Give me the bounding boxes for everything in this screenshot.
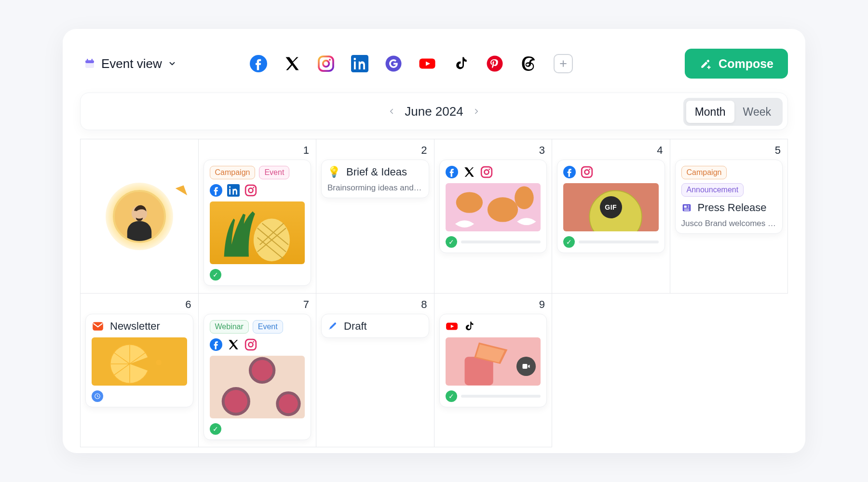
day-number: 5	[775, 144, 781, 157]
mail-icon	[92, 320, 104, 333]
note-card[interactable]: Draft	[321, 314, 429, 338]
youtube-icon[interactable]	[419, 55, 436, 72]
day-cell-6[interactable]: 6 Newsletter	[81, 294, 199, 448]
svg-point-62	[279, 394, 298, 413]
prev-month-button[interactable]	[387, 107, 396, 116]
tag-campaign: Campaign	[210, 166, 256, 179]
day-cell-1[interactable]: 1 Campaign Event ✓	[199, 139, 317, 294]
svg-rect-25	[481, 167, 492, 177]
thumbnail-smoothie	[446, 337, 541, 386]
instagram-icon	[581, 166, 593, 178]
note-card[interactable]: 💡 Brief & Ideas Brainsorming ideas and n…	[321, 160, 429, 198]
week-toggle[interactable]: Week	[734, 101, 780, 123]
calendar-icon	[84, 58, 95, 69]
x-icon[interactable]	[284, 55, 301, 72]
svg-point-34	[589, 169, 590, 170]
instagram-icon	[480, 166, 493, 178]
svg-point-26	[484, 170, 488, 174]
svg-point-27	[488, 169, 490, 170]
header: Event view Compose	[80, 49, 788, 78]
note-card[interactable]: Campaign Announcement Press Release Jusc…	[675, 160, 783, 234]
view-picker[interactable]: Event view	[80, 54, 180, 74]
day-number: 3	[539, 144, 545, 157]
cursor-icon	[176, 186, 187, 199]
user-avatar[interactable]	[113, 190, 166, 243]
google-icon[interactable]	[385, 55, 402, 72]
chevron-down-icon	[168, 59, 176, 68]
event-card[interactable]: Newsletter	[85, 314, 193, 407]
channel-icons	[250, 54, 573, 73]
svg-point-16	[248, 188, 253, 192]
svg-point-30	[515, 187, 534, 209]
day-cell-4[interactable]: 4 GIF ✓	[552, 139, 670, 294]
svg-point-7	[329, 59, 331, 61]
x-icon	[463, 166, 475, 178]
card-body: Jusco Brand welcomes a new...	[681, 219, 777, 228]
month-toggle[interactable]: Month	[686, 101, 734, 123]
day-cell-2[interactable]: 2 💡 Brief & Ideas Brainsorming ideas and…	[316, 139, 434, 294]
facebook-icon	[563, 166, 576, 178]
day-cell-7[interactable]: 7 Webinar Event ✓	[199, 294, 317, 448]
day-number: 7	[303, 298, 309, 311]
tag-announcement: Announcement	[681, 183, 744, 197]
day-cell-5[interactable]: 5 Campaign Announcement Press Release Ju…	[670, 139, 788, 294]
status-ok-icon: ✓	[446, 390, 457, 402]
svg-point-17	[253, 187, 254, 188]
facebook-icon	[446, 166, 458, 178]
event-card[interactable]: GIF ✓	[557, 160, 665, 253]
tiktok-icon[interactable]	[452, 55, 470, 72]
thumbnail-grapefruit: GIF	[563, 183, 659, 231]
event-card[interactable]: ✓	[439, 160, 547, 253]
status-ok-icon: ✓	[446, 236, 457, 248]
svg-rect-15	[245, 185, 256, 196]
svg-point-33	[584, 170, 589, 174]
svg-point-11	[487, 56, 502, 72]
event-card[interactable]: Webinar Event ✓	[203, 314, 312, 440]
status-line	[461, 241, 541, 243]
instagram-icon	[244, 184, 257, 197]
day-number: 2	[421, 144, 427, 157]
day-number: 4	[657, 144, 663, 157]
svg-rect-2	[87, 59, 88, 61]
video-badge-icon	[516, 357, 536, 376]
day-number: 1	[303, 144, 309, 157]
pinterest-icon[interactable]	[486, 55, 503, 72]
lightbulb-icon: 💡	[327, 166, 340, 178]
svg-rect-65	[523, 364, 528, 369]
day-cell-3[interactable]: 3 ✓	[434, 139, 553, 294]
svg-rect-32	[582, 167, 592, 177]
day-number: 6	[185, 298, 191, 311]
svg-rect-3	[92, 59, 93, 61]
svg-rect-40	[684, 210, 689, 211]
svg-rect-41	[687, 205, 689, 206]
card-body: Brainsorming ideas and note...	[327, 183, 423, 193]
calendar-grid: 1 Campaign Event ✓ 2	[80, 139, 788, 447]
thumbnail-figs	[210, 356, 305, 418]
tag-event: Event	[253, 320, 283, 334]
card-title: Press Release	[698, 201, 767, 214]
instagram-icon	[244, 338, 257, 351]
svg-rect-38	[684, 205, 687, 208]
event-card[interactable]: Campaign Event ✓	[203, 160, 312, 286]
next-month-button[interactable]	[472, 107, 481, 116]
svg-rect-42	[687, 207, 689, 207]
card-title: Draft	[344, 320, 367, 333]
tiktok-icon	[463, 320, 475, 333]
linkedin-icon[interactable]	[351, 55, 368, 72]
event-card[interactable]: ✓	[439, 314, 547, 407]
instagram-icon[interactable]	[317, 55, 335, 72]
view-label: Event view	[101, 56, 162, 71]
status-line	[461, 395, 541, 398]
svg-point-29	[487, 197, 517, 222]
day-cell-8[interactable]: 8 Draft	[316, 294, 434, 448]
facebook-icon[interactable]	[250, 55, 267, 72]
compose-icon	[699, 57, 712, 70]
svg-point-60	[224, 389, 247, 412]
day-cell-9[interactable]: 9 ✓	[434, 294, 553, 448]
compose-button[interactable]: Compose	[685, 49, 788, 79]
card-title: Brief & Ideas	[346, 166, 407, 178]
svg-point-55	[248, 342, 253, 347]
add-channel-button[interactable]	[554, 54, 573, 73]
threads-icon[interactable]	[520, 55, 537, 72]
period-label: June 2024	[405, 104, 463, 119]
